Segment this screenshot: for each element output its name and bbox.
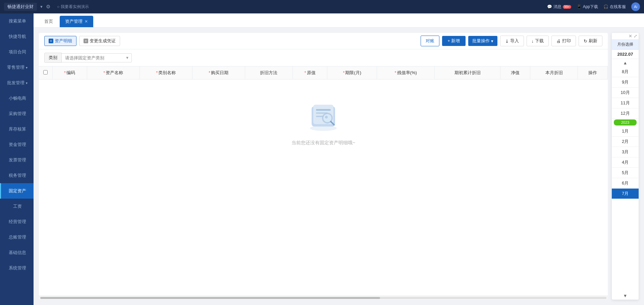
wholesale-mgmt-arrow-icon: ▾ [26, 81, 28, 85]
select-all-checkbox[interactable] [43, 70, 48, 74]
sidebar-item-general-ledger[interactable]: 总账管理 [0, 230, 34, 245]
import-label: 导入 [510, 38, 519, 44]
demo-link[interactable]: ○ 我要看实例演示 [57, 4, 89, 10]
sidebar-item-fund-mgmt[interactable]: 资金管理 [0, 137, 34, 152]
company-dropdown-icon[interactable]: ▼ [40, 5, 43, 9]
sidebar-label-general-ledger: 总账管理 [9, 235, 26, 240]
month-panel: ✕ ⤢ 月份选择 2022.07 ▲ 8月 9月 10月 11月 12月 202… [612, 33, 639, 300]
sidebar-item-ecommerce[interactable]: 小畅电商 [0, 91, 34, 106]
month-item-8[interactable]: 8月 [612, 67, 639, 77]
month-item-11[interactable]: 11月 [612, 98, 639, 108]
year-badge-2023[interactable]: 2023 [614, 119, 637, 125]
category-dropdown[interactable]: ▼ [62, 53, 132, 62]
batch-button[interactable]: 批量操作 ▾ [468, 36, 497, 46]
sub-tab-bar: ≡ 资产明细 ≡ 变更生成凭证 对账 + 新增 批量操作 ▾ [39, 33, 608, 49]
demo-icon: ○ [57, 4, 59, 9]
current-year-month: 2022.07 [612, 50, 639, 59]
month-item-7[interactable]: 7月 [612, 189, 639, 199]
month-item-9[interactable]: 9月 [612, 77, 639, 88]
header-accumulated-depreciation: 期初累计折旧 [435, 66, 500, 80]
sidebar-item-wholesale-mgmt[interactable]: 批发管理 ▾ [0, 75, 34, 91]
asset-table: *编码 *资产名称 *类别名称 *购买日期 折旧方法 *原值 *期限(月) *残… [39, 66, 608, 80]
message-icon: 💬 [547, 4, 552, 9]
month-item-1[interactable]: 1月 [612, 126, 639, 137]
category-select: 类别 ▼ [44, 53, 132, 63]
sidebar-item-payroll[interactable]: 工资 [0, 199, 34, 214]
tab-home[interactable]: 首页 [39, 16, 58, 27]
top-bar: 畅捷通好业财 ▼ ⚙ ○ 我要看实例演示 💬 消息 99+ 📱 App下载 🎧 … [0, 0, 644, 13]
online-service-button[interactable]: 🎧 在线客服 [603, 4, 626, 10]
month-item-12[interactable]: 12月 [612, 108, 639, 119]
header-period: *期限(月) [327, 66, 377, 80]
page-content: ≡ 资产明细 ≡ 变更生成凭证 对账 + 新增 批量操作 ▾ [34, 28, 644, 305]
empty-state: 当前您还没有固定资产明细哦~ [39, 80, 608, 166]
sidebar-label-project-contract: 项目合同 [9, 49, 26, 54]
reconcile-button[interactable]: 对账 [421, 36, 439, 46]
sidebar-label-quick-nav: 快捷导航 [9, 34, 26, 39]
change-voucher-icon: ≡ [84, 39, 88, 43]
refresh-button[interactable]: ↻ 刷新 [579, 36, 602, 46]
download-icon: ↓ [532, 39, 534, 44]
user-avatar[interactable]: Ai [631, 2, 640, 11]
sidebar-item-ops-mgmt[interactable]: 经营管理 [0, 214, 34, 230]
tab-home-label: 首页 [44, 18, 53, 24]
month-panel-header: 月份选择 [612, 40, 639, 50]
sidebar-item-retail-mgmt[interactable]: 零售管理 ▾ [0, 60, 34, 75]
sub-tab-asset-detail[interactable]: ≡ 资产明细 [44, 36, 76, 46]
online-service-label: 在线客服 [610, 4, 626, 10]
sidebar-item-quick-nav[interactable]: 快捷导航 [0, 29, 34, 44]
sub-tab-change-voucher[interactable]: ≡ 变更生成凭证 [79, 36, 120, 46]
message-button[interactable]: 💬 消息 99+ [547, 4, 571, 10]
header-residual-rate: *残值率(%) [377, 66, 435, 80]
import-button[interactable]: ⤓ 导入 [500, 36, 524, 46]
settings-icon[interactable]: ⚙ [46, 4, 50, 10]
download-button[interactable]: ↓ 下载 [527, 36, 549, 46]
month-item-4[interactable]: 4月 [612, 157, 639, 168]
sidebar-label-fixed-assets: 固定资产 [9, 188, 26, 193]
sidebar-item-project-contract[interactable]: 项目合同 [0, 44, 34, 60]
scroll-track[interactable] [40, 297, 606, 299]
sub-tab-asset-detail-label: 资产明细 [55, 38, 72, 44]
sidebar-item-purchase-mgmt[interactable]: 采购管理 [0, 106, 34, 121]
month-nav-up-button[interactable]: ▲ [612, 59, 639, 67]
header-checkbox-cell [39, 66, 52, 80]
print-icon: 🖨 [556, 39, 561, 44]
top-bar-left: 畅捷通好业财 ▼ ⚙ ○ 我要看实例演示 [4, 3, 89, 11]
month-item-2[interactable]: 2月 [612, 137, 639, 147]
print-button[interactable]: 🖨 打印 [551, 36, 576, 46]
asset-table-container: *编码 *资产名称 *类别名称 *购买日期 折旧方法 *原值 *期限(月) *残… [39, 66, 608, 296]
month-item-6[interactable]: 6月 [612, 178, 639, 189]
panel-expand-icon[interactable]: ⤢ [634, 34, 637, 39]
demo-label: 我要看实例演示 [61, 4, 89, 10]
main-container: 搜索菜单 快捷导航 项目合同 零售管理 ▾ 批发管理 ▾ 小畅电商 采购管理 库… [0, 13, 644, 305]
sidebar-item-invoice-mgmt[interactable]: 发票管理 [0, 152, 34, 168]
sidebar-item-sys-mgmt[interactable]: 系统管理 [0, 260, 34, 276]
company-name[interactable]: 畅捷通好业财 [4, 3, 37, 11]
month-nav-down-button[interactable]: ▼ [612, 292, 639, 300]
header-code: *编码 [52, 66, 87, 80]
header-original-value: *原值 [292, 66, 327, 80]
month-item-5[interactable]: 5月 [612, 168, 639, 178]
month-item-3[interactable]: 3月 [612, 147, 639, 157]
sidebar-item-base-info[interactable]: 基础信息 [0, 245, 34, 260]
month-list: 8月 9月 10月 11月 12月 2023 1月 2月 3月 4月 5月 6月… [612, 67, 639, 292]
sidebar-item-inventory[interactable]: 库存核算 [0, 121, 34, 137]
asset-detail-icon: ≡ [49, 39, 53, 43]
month-item-10[interactable]: 10月 [612, 88, 639, 98]
sidebar-item-fixed-assets[interactable]: 固定资产 [0, 183, 34, 199]
scroll-thumb[interactable] [40, 297, 380, 299]
app-download-label: App下载 [583, 4, 598, 10]
sidebar-label-retail-mgmt: 零售管理 [7, 64, 24, 70]
tab-close-icon[interactable]: ✕ [85, 19, 88, 24]
header-operation: 操作 [578, 66, 608, 80]
tab-bar: 首页 资产管理 ✕ [34, 13, 644, 28]
app-download-button[interactable]: 📱 App下载 [577, 4, 598, 10]
batch-arrow-icon: ▾ [491, 39, 493, 44]
header-depreciation-method: 折旧方法 [245, 66, 292, 80]
category-input[interactable] [62, 53, 132, 62]
tab-asset-mgmt[interactable]: 资产管理 ✕ [60, 16, 93, 27]
add-button[interactable]: + 新增 [442, 36, 465, 46]
sidebar-item-search[interactable]: 搜索菜单 [0, 13, 34, 29]
sidebar-item-tax-mgmt[interactable]: 税务管理 [0, 168, 34, 183]
panel-close-icon[interactable]: ✕ [629, 34, 632, 39]
